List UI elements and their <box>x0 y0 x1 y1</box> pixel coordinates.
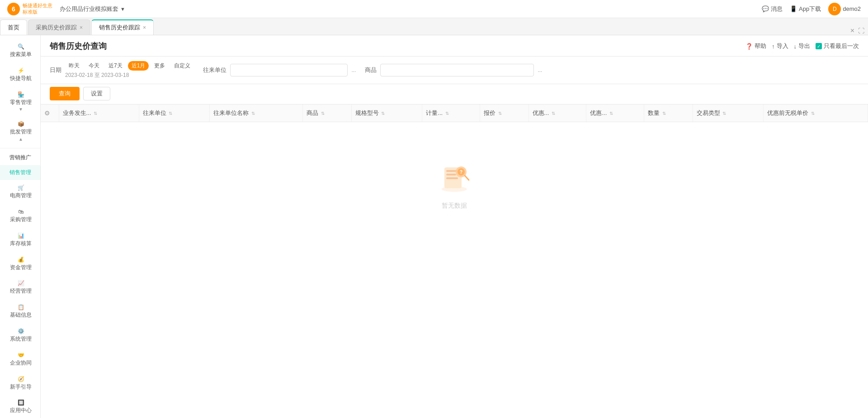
chip-more[interactable]: 更多 <box>151 61 169 71</box>
th-spec[interactable]: 规格型号 ⇅ <box>351 104 422 122</box>
sidebar-item-app-center[interactable]: 🔲 应用中心 <box>0 395 40 418</box>
help-icon: ❓ <box>745 43 753 50</box>
svg-text:?: ? <box>460 170 462 175</box>
logo-area: 6 畅捷通好生意 标准版 <box>7 3 52 15</box>
goods-field-dots[interactable]: ... <box>538 67 542 73</box>
import-button[interactable]: ↑ 导入 <box>772 42 788 50</box>
sidebar-item-purchase-mgmt[interactable]: 🛍 采购管理 <box>0 204 40 228</box>
chip-yesterday[interactable]: 昨天 <box>65 61 83 71</box>
date-filter-label: 日期 <box>50 66 61 74</box>
table-header-row: ⚙ 业务发生... ⇅ 往来单位 ⇅ 往来单位名称 ⇅ <box>41 104 868 122</box>
sidebar-item-system-mgmt[interactable]: ⚙️ 系统管理 <box>0 323 40 347</box>
sidebar-item-ops-mgmt[interactable]: 📈 经营管理 <box>0 276 40 299</box>
th-discount2[interactable]: 优惠... ⇅ <box>586 104 644 122</box>
help-button[interactable]: ❓ 帮助 <box>745 42 766 50</box>
tab-sales-history-close[interactable]: × <box>143 25 146 30</box>
sort-arrows-trade-type: ⇅ <box>722 111 726 116</box>
tab-sales-history[interactable]: 销售历史价跟踪 × <box>91 19 154 35</box>
table-container: ⚙ 业务发生... ⇅ 往来单位 ⇅ 往来单位名称 ⇅ <box>41 104 868 418</box>
quick-nav-icon: ⚡ <box>18 67 24 74</box>
purchase-icon: 🛍 <box>18 209 24 215</box>
sidebar-item-quick-nav[interactable]: ⚡ 快捷导航 <box>0 63 40 87</box>
th-partner-name[interactable]: 往来单位名称 ⇅ <box>210 104 303 122</box>
empty-state: ? 暂无数据 <box>41 122 868 246</box>
tab-sales-history-label: 销售历史价跟踪 <box>99 24 140 32</box>
svg-rect-4 <box>446 177 458 179</box>
th-biz-date[interactable]: 业务发生... ⇅ <box>59 104 139 122</box>
th-partner-code[interactable]: 往来单位 ⇅ <box>139 104 210 122</box>
tab-home[interactable]: 首页 <box>0 19 27 35</box>
only-last-checkbox[interactable]: ✓ 只看最后一次 <box>816 42 859 50</box>
sidebar-item-marketing[interactable]: 营销推广 <box>0 150 40 165</box>
fullscreen-button[interactable]: ⛶ <box>858 27 864 34</box>
sidebar-item-sales-mgmt[interactable]: 销售管理 <box>0 165 40 180</box>
main-layout: 🔍 搜索菜单 ⚡ 快捷导航 🏪 零售管理 ▼ 📦 批发管理 ▲ 营销推广 销售管… <box>0 35 868 418</box>
partner-field-dots[interactable]: ... <box>351 67 356 73</box>
sidebar: 🔍 搜索菜单 ⚡ 快捷导航 🏪 零售管理 ▼ 📦 批发管理 ▲ 营销推广 销售管… <box>0 35 41 418</box>
query-button[interactable]: 查询 <box>50 87 80 100</box>
chip-last7[interactable]: 近7天 <box>105 61 126 71</box>
gear-icon[interactable]: ⚙ <box>44 109 50 117</box>
logo-icon: 6 <box>7 3 20 15</box>
chip-today[interactable]: 今天 <box>85 61 103 71</box>
page-title: 销售历史价查询 <box>50 41 107 52</box>
chip-last1m[interactable]: 近1月 <box>128 61 149 71</box>
partner-input[interactable] <box>230 64 348 76</box>
finance-icon: 💰 <box>18 256 24 263</box>
avatar: D <box>828 3 841 15</box>
message-icon: 💬 <box>762 5 769 12</box>
user-profile[interactable]: D demo2 <box>828 3 861 15</box>
sidebar-item-basic-info[interactable]: 📋 基础信息 <box>0 299 40 323</box>
date-filter-group: 日期 昨天 今天 近7天 近1月 更多 自定义 2023-02-18 至 202… <box>50 61 194 79</box>
sort-arrows-quoted-price: ⇅ <box>498 111 502 116</box>
message-button[interactable]: 💬 消息 <box>762 5 783 13</box>
chip-custom[interactable]: 自定义 <box>170 61 194 71</box>
import-icon: ↑ <box>772 43 775 50</box>
th-trade-type[interactable]: 交易类型 ⇅ <box>693 104 764 122</box>
th-goods[interactable]: 商品 ⇅ <box>303 104 351 122</box>
close-all-tabs-button[interactable]: × <box>850 27 854 35</box>
basic-icon: 📋 <box>18 304 24 310</box>
tab-bar: 首页 采购历史价跟踪 × 销售历史价跟踪 × × ⛶ <box>0 18 868 35</box>
tab-purchase-history-close[interactable]: × <box>80 25 83 30</box>
th-quantity[interactable]: 数量 ⇅ <box>644 104 693 122</box>
sort-arrows-goods: ⇅ <box>321 111 325 116</box>
data-table: ⚙ 业务发生... ⇅ 往来单位 ⇅ 往来单位名称 ⇅ <box>41 104 868 246</box>
th-pre-tax[interactable]: 优惠前无税单价 ⇅ <box>764 104 868 122</box>
tab-purchase-history[interactable]: 采购历史价跟踪 × <box>28 19 90 35</box>
page-header: 销售历史价查询 ❓ 帮助 ↑ 导入 ↓ 导出 ✓ <box>41 35 868 57</box>
sort-arrows-spec: ⇅ <box>381 111 385 116</box>
partner-filter-group: 往来单位 ... <box>203 64 356 76</box>
app-selector[interactable]: 办公用品行业模拟账套 ▼ <box>56 3 129 15</box>
sidebar-item-ecom-mgmt[interactable]: 🛒 电商管理 <box>0 180 40 204</box>
sidebar-item-inventory[interactable]: 📊 库存核算 <box>0 228 40 252</box>
date-chips: 昨天 今天 近7天 近1月 更多 自定义 <box>65 61 194 71</box>
top-bar-left: 6 畅捷通好生意 标准版 办公用品行业模拟账套 ▼ <box>7 3 129 15</box>
collab-icon: 🤝 <box>18 352 24 358</box>
export-button[interactable]: ↓ 导出 <box>794 42 811 50</box>
settings-button[interactable]: 设置 <box>83 87 110 100</box>
ops-icon: 📈 <box>18 280 24 286</box>
sidebar-item-search-menu[interactable]: 🔍 搜索菜单 <box>0 39 40 63</box>
sidebar-item-wholesale-mgmt[interactable]: 📦 批发管理 ▲ <box>0 116 40 146</box>
inventory-icon: 📊 <box>18 233 24 239</box>
sort-arrows-discount1: ⇅ <box>552 111 555 116</box>
sidebar-item-retail-mgmt[interactable]: 🏪 零售管理 ▼ <box>0 87 40 117</box>
sort-arrows-unit: ⇅ <box>445 111 449 116</box>
app-download-button[interactable]: 📱 App下载 <box>790 5 821 13</box>
sidebar-item-new-guide[interactable]: 🧭 新手引导 <box>0 371 40 395</box>
search-menu-icon: 🔍 <box>18 43 24 50</box>
filter-row: 日期 昨天 今天 近7天 近1月 更多 自定义 2023-02-18 至 202… <box>41 57 868 84</box>
th-discount1[interactable]: 优惠... ⇅ <box>528 104 586 122</box>
sort-arrows-partner-code: ⇅ <box>169 111 172 116</box>
chevron-down-icon: ▼ <box>19 107 23 112</box>
goods-filter-group: 商品 ... <box>365 64 542 76</box>
goods-input[interactable] <box>380 64 534 76</box>
sidebar-item-finance-mgmt[interactable]: 💰 资金管理 <box>0 252 40 276</box>
th-unit[interactable]: 计量... ⇅ <box>422 104 480 122</box>
export-icon: ↓ <box>794 43 797 50</box>
sidebar-item-enterprise-collab[interactable]: 🤝 企业协同 <box>0 347 40 371</box>
sort-arrows-partner-name: ⇅ <box>251 111 255 116</box>
th-quoted-price[interactable]: 报价 ⇅ <box>480 104 528 122</box>
guide-icon: 🧭 <box>18 376 24 382</box>
